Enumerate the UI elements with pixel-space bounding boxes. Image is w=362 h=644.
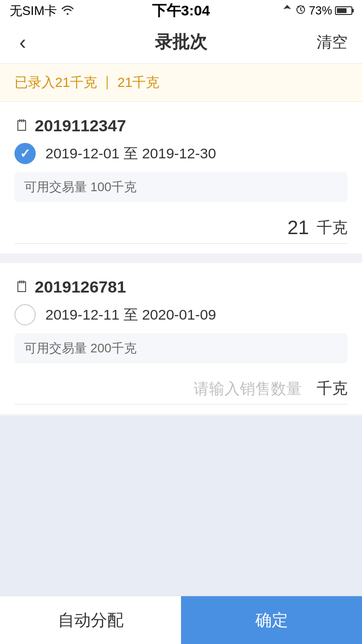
time-display: 下午3:04 xyxy=(152,1,210,21)
confirm-button[interactable]: 确定 xyxy=(181,596,362,644)
batch1-date-range: 2019-12-01 至 2019-12-30 xyxy=(45,144,216,164)
bottom-bar: 自动分配 确定 xyxy=(0,596,362,644)
wifi-icon xyxy=(61,3,74,18)
batch1-checkbox[interactable] xyxy=(14,143,36,164)
info-banner: 已录入21千克 21千克 xyxy=(0,64,362,102)
info-divider xyxy=(107,76,108,89)
clear-button[interactable]: 清空 xyxy=(317,32,348,53)
batch2-card: 🗒 2019126781 2019-12-11 至 2020-01-09 可用交… xyxy=(0,263,362,414)
battery-icon xyxy=(335,6,352,15)
alarm-icon xyxy=(295,4,306,17)
recorded-amount: 21千克 xyxy=(117,73,159,92)
content-area: 已录入21千克 21千克 🗒 2019112347 2019-12-01 至 2… xyxy=(0,64,362,644)
batch2-header: 🗒 2019126781 xyxy=(14,278,348,296)
empty-area xyxy=(0,416,362,600)
batch2-quantity-input[interactable] xyxy=(164,380,309,398)
batch2-input-unit: 千克 xyxy=(317,378,348,399)
battery-percent: 73% xyxy=(309,4,332,17)
auto-assign-button[interactable]: 自动分配 xyxy=(0,596,181,644)
back-button[interactable]: ‹ xyxy=(14,26,31,59)
confirm-label: 确定 xyxy=(255,609,288,631)
auto-assign-label: 自动分配 xyxy=(58,609,124,631)
nav-bar: ‹ 录批次 清空 xyxy=(0,21,362,64)
batch1-header: 🗒 2019112347 xyxy=(14,116,348,135)
batch2-number: 2019126781 xyxy=(35,278,126,296)
batch1-quantity-row: 21 千克 xyxy=(14,212,348,244)
batch2-row: 2019-12-11 至 2020-01-09 xyxy=(14,304,348,325)
status-bar: 无SIM卡 下午3:04 xyxy=(0,0,362,21)
batch1-number: 2019112347 xyxy=(35,116,126,135)
batch2-date-range: 2019-12-11 至 2020-01-09 xyxy=(45,305,216,325)
recorded-label: 已录入21千克 xyxy=(14,73,97,92)
batch1-quantity-unit: 千克 xyxy=(317,217,348,238)
batch1-quantity-value: 21 xyxy=(288,217,309,238)
carrier-text: 无SIM卡 xyxy=(10,2,57,19)
batch2-checkbox[interactable] xyxy=(14,304,36,325)
location-icon xyxy=(282,4,292,17)
batch2-input-row: 千克 xyxy=(14,373,348,405)
batch2-icon: 🗒 xyxy=(14,278,30,296)
batch1-row: 2019-12-01 至 2019-12-30 xyxy=(14,143,348,164)
section-sep-1 xyxy=(0,255,362,263)
page-title: 录批次 xyxy=(155,30,207,54)
svg-line-2 xyxy=(301,10,302,11)
status-left: 无SIM卡 xyxy=(10,2,74,19)
batch1-icon: 🗒 xyxy=(14,117,30,135)
status-right: 73% xyxy=(282,4,352,17)
batch2-available: 可用交易量 200千克 xyxy=(14,333,348,364)
batch1-available: 可用交易量 100千克 xyxy=(14,172,348,202)
batch1-card: 🗒 2019112347 2019-12-01 至 2019-12-30 可用交… xyxy=(0,102,362,253)
